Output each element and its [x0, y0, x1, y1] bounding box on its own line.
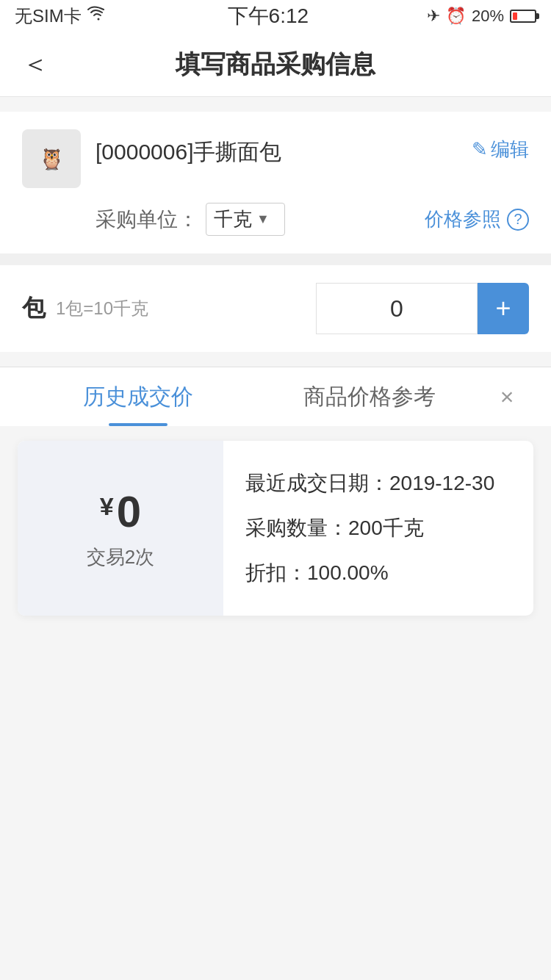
edit-icon: ✎	[472, 138, 488, 161]
product-thumbnail: 🦉	[22, 129, 81, 188]
product-unit-row: 采购单位： 千克 ▼ 价格参照 ?	[96, 203, 529, 236]
battery-pct-label: 20%	[472, 7, 504, 26]
product-info: 🦉 [0000006]手撕面包	[22, 129, 457, 188]
plus-icon: +	[495, 293, 511, 324]
qty-unit-badge: 包	[22, 292, 46, 325]
unit-label: 采购单位： 千克 ▼	[96, 203, 285, 236]
help-icon: ?	[507, 209, 529, 231]
quantity-row: 包 1包=10千克 0 +	[0, 265, 551, 352]
tab-bar: 历史成交价 商品价格参考 ×	[0, 367, 551, 426]
quantity-plus-button[interactable]: +	[478, 283, 529, 334]
qty-conversion-label: 1包=10千克	[56, 297, 148, 320]
price-ref-label: 价格参照	[425, 206, 501, 232]
wifi-icon	[87, 6, 109, 26]
status-time: 下午6:12	[228, 2, 309, 30]
price-qty-row: 采购数量：200千克	[245, 512, 511, 545]
date-label: 最近成交日期：	[245, 472, 389, 494]
price-panel: ¥ 0 交易2次 最近成交日期：2019-12-30 采购数量：200千克 折扣…	[18, 441, 533, 616]
edit-label: 编辑	[491, 137, 529, 162]
section-divider	[0, 253, 551, 265]
price-detail-right: 最近成交日期：2019-12-30 采购数量：200千克 折扣：100.00%	[223, 441, 533, 616]
date-value: 2019-12-30	[389, 472, 494, 494]
main-content: 🦉 [0000006]手撕面包 ✎ 编辑 采购单位： 千克 ▼ 价格参照 ?	[0, 112, 551, 980]
qty-value: 200千克	[348, 516, 424, 539]
alarm-icon: ⏰	[446, 7, 466, 26]
status-bar: 无SIM卡 下午6:12 ✈ ⏰ 20%	[0, 0, 551, 32]
battery-icon	[510, 10, 536, 23]
unit-value: 千克	[214, 206, 252, 232]
dropdown-arrow-icon: ▼	[256, 212, 270, 227]
product-name: [0000006]手撕面包	[96, 129, 281, 167]
edit-button[interactable]: ✎ 编辑	[472, 129, 529, 162]
quantity-value: 0	[390, 295, 403, 323]
price-summary-left: ¥ 0 交易2次	[18, 441, 223, 616]
discount-label: 折扣：	[245, 561, 307, 584]
tab-history-label: 历史成交价	[83, 382, 193, 412]
price-reference-button[interactable]: 价格参照 ?	[425, 206, 529, 232]
status-right: ✈ ⏰ 20%	[427, 7, 536, 26]
transaction-count: 交易2次	[87, 544, 154, 570]
discount-value: 100.00%	[307, 561, 389, 584]
qty-label: 采购数量：	[245, 516, 348, 539]
tab-close-button[interactable]: ×	[485, 375, 529, 419]
price-amount-display: ¥ 0	[100, 486, 141, 537]
price-panel-inner: ¥ 0 交易2次 最近成交日期：2019-12-30 采购数量：200千克 折扣…	[18, 441, 533, 616]
currency-symbol: ¥	[100, 486, 114, 521]
qty-label-section: 包 1包=10千克	[22, 292, 148, 325]
back-button[interactable]: ＜	[22, 46, 48, 82]
price-date-row: 最近成交日期：2019-12-30	[245, 467, 511, 500]
unit-label-text: 采购单位：	[96, 206, 198, 234]
unit-select-dropdown[interactable]: 千克 ▼	[206, 203, 285, 236]
qty-input-section: 0 +	[316, 283, 529, 334]
page-title: 填写商品采购信息	[176, 48, 375, 82]
price-value: 0	[117, 486, 141, 537]
tab-ref-label: 商品价格参考	[303, 382, 436, 412]
nav-bar: ＜ 填写商品采购信息	[0, 32, 551, 97]
quantity-input[interactable]: 0	[316, 283, 478, 334]
product-card: 🦉 [0000006]手撕面包 ✎ 编辑 采购单位： 千克 ▼ 价格参照 ?	[0, 112, 551, 253]
close-icon: ×	[500, 383, 514, 411]
price-discount-row: 折扣：100.00%	[245, 557, 511, 590]
carrier-label: 无SIM卡	[15, 4, 82, 28]
status-left: 无SIM卡	[15, 4, 109, 28]
tab-price-reference[interactable]: 商品价格参考	[253, 367, 485, 426]
tab-history-price[interactable]: 历史成交价	[22, 367, 253, 426]
location-icon: ✈	[427, 7, 440, 26]
product-header: 🦉 [0000006]手撕面包 ✎ 编辑	[22, 129, 529, 188]
